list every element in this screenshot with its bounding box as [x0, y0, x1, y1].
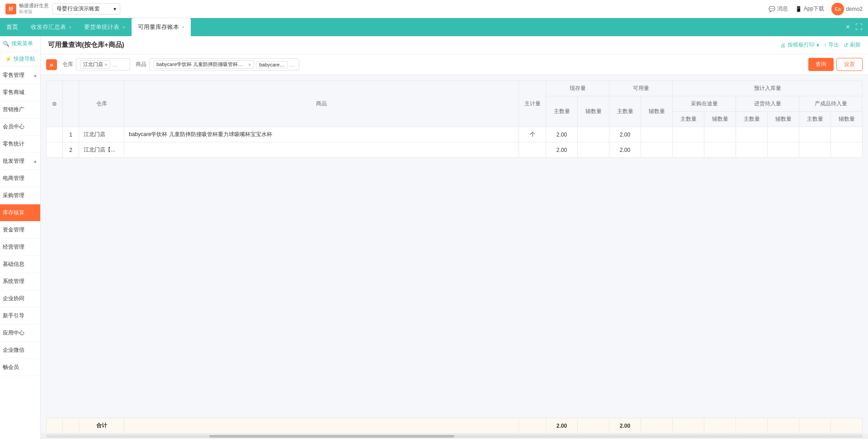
sidebar-item-retail-mgmt[interactable]: 零售管理 ▲: [0, 67, 40, 84]
ecommerce-label: 电商管理: [3, 175, 24, 182]
sidebar-item-purchase[interactable]: 采购管理: [0, 187, 40, 204]
row-purchase-sub-0: [704, 127, 736, 142]
th-purchase-main: 主数量: [673, 112, 704, 127]
sidebar-item-finance[interactable]: 资金管理: [0, 222, 40, 239]
print-button[interactable]: 🖨 按模板打印 ▾: [780, 41, 819, 49]
refresh-icon: ↺: [844, 42, 848, 48]
top-header: 好 畅捷通好生意 标准版 母婴行业演示账套 ▾ 💬 消息 📱 App下载 Ea …: [0, 0, 868, 18]
receipts-tab-close[interactable]: ×: [69, 24, 71, 30]
product-filter-label: 商品: [136, 61, 146, 68]
message-button[interactable]: 💬 消息: [769, 5, 788, 13]
industry-selector[interactable]: 母婴行业演示账套 ▾: [52, 3, 120, 14]
nav-tabs-right: × ⛶: [844, 21, 868, 33]
app-center-label: 应用中心: [3, 329, 24, 337]
th-available-sub: 辅数量: [641, 96, 673, 127]
member-label: 会员中心: [3, 123, 24, 131]
row-stock-main-0: 2.00: [546, 127, 578, 142]
enterprise-label: 企业协同: [3, 295, 24, 302]
download-button[interactable]: 📱 App下载: [795, 5, 824, 13]
sidebar-item-inventory-check[interactable]: 库存核算: [0, 204, 40, 222]
retail-stats-label: 零售统计: [3, 140, 24, 148]
basics-label: 基础信息: [3, 260, 24, 268]
logo-area: 好 畅捷通好生意 标准版: [5, 3, 49, 15]
query-button[interactable]: 查询: [808, 58, 834, 71]
filter-toggle[interactable]: »: [46, 59, 57, 70]
row-settings-0: [47, 127, 63, 142]
sidebar-item-ecommerce[interactable]: 电商管理: [0, 170, 40, 187]
sidebar-item-retail-stats[interactable]: 零售统计: [0, 136, 40, 153]
sidebar-item-operations[interactable]: 经营管理: [0, 239, 40, 256]
warehouse-tag: 江北门店 ×: [80, 60, 110, 69]
tab-home[interactable]: 首页: [0, 18, 24, 36]
total-production-sub-cell: [831, 418, 863, 434]
th-available-main: 主数量: [609, 96, 641, 127]
total-stock-sub-cell: [578, 418, 609, 434]
tab-inventory[interactable]: 可用量库存账本 ×: [132, 18, 191, 36]
nav-icon: ⚡: [5, 56, 12, 62]
receipts-tab-label: 收发存汇总表: [31, 23, 66, 31]
search-label: 搜索菜单: [11, 40, 33, 47]
user-menu[interactable]: Ea demo2: [831, 3, 863, 15]
maximize-icon[interactable]: ⛶: [854, 21, 864, 33]
wholesale-label: 批发管理: [3, 157, 24, 165]
row-production-sub-1: [831, 142, 863, 158]
main-layout: 🔍 搜索菜单 ⚡ 快捷导航 零售管理 ▲ 零售商城 营销推广 会员中心 零售统计…: [0, 36, 868, 439]
row-incoming-main-0: [736, 127, 768, 142]
finance-label: 资金管理: [3, 226, 24, 234]
industry-label: 母婴行业演示账套: [57, 5, 100, 13]
member2-label: 畅会员: [3, 363, 19, 371]
row-unit-0: 个: [519, 127, 546, 142]
home-tab-label: 首页: [6, 23, 18, 31]
scroll-bar-area[interactable]: [41, 434, 868, 439]
retail-mgmt-arrow: ▲: [33, 73, 38, 78]
tab-orders[interactable]: 要货单统计表 ×: [78, 18, 131, 36]
row-incoming-sub-0: [768, 127, 799, 142]
row-warehouse-1: 江北门店【...: [79, 142, 124, 158]
total-purchase-sub-cell: [704, 418, 736, 434]
sidebar-item-member[interactable]: 会员中心: [0, 118, 40, 136]
row-available-sub-0: [641, 127, 673, 142]
message-label: 消息: [777, 5, 788, 13]
table-row: 1 江北门店 babycare学饮杯 儿童防摔防撞吸管杯重力球吸嘴杯宝宝水杯 个…: [47, 127, 863, 142]
data-table: ⚙ 仓库 商品 主计量 现存量 可用量 预计入库量 主数量 辅数量 主数量 辅数…: [46, 80, 863, 158]
sidebar-item-marketing[interactable]: 营销推广: [0, 101, 40, 118]
purchase-label: 采购管理: [3, 192, 24, 199]
refresh-button[interactable]: ↺ 刷新: [844, 41, 861, 49]
row-production-main-1: [799, 142, 831, 158]
setting-button[interactable]: 设置: [836, 58, 863, 71]
sidebar-search[interactable]: 🔍 搜索菜单: [0, 36, 40, 52]
sidebar-item-basics[interactable]: 基础信息: [0, 256, 40, 273]
product-tag-1-value: babycare学饮杯 儿童防摔防撞吸管杯重力球吸嘴杯宝宝水杯: [156, 61, 247, 68]
export-button[interactable]: ↑ 导出: [824, 41, 839, 49]
product-filter-group: 商品 babycare学饮杯 儿童防摔防撞吸管杯重力球吸嘴杯宝宝水杯 × bab…: [136, 58, 299, 71]
warehouse-more[interactable]: …: [112, 61, 118, 68]
sidebar-item-system[interactable]: 系统管理: [0, 273, 40, 290]
warehouse-tag-remove[interactable]: ×: [104, 62, 107, 67]
tab-receipts[interactable]: 收发存汇总表 ×: [24, 18, 78, 36]
logo-text: 畅捷通好生意: [19, 3, 49, 9]
sidebar-quicknav[interactable]: ⚡ 快捷导航: [0, 52, 40, 67]
sidebar-item-app-center[interactable]: 应用中心: [0, 325, 40, 342]
inventory-tab-close[interactable]: ×: [182, 24, 184, 30]
product-more[interactable]: …: [290, 61, 295, 68]
sidebar-item-member2[interactable]: 畅会员: [0, 359, 40, 376]
sidebar-item-wholesale[interactable]: 批发管理 ▲: [0, 153, 40, 170]
close-all-icon[interactable]: ×: [844, 21, 852, 33]
product-tag-1-remove[interactable]: ×: [248, 62, 251, 67]
export-label: 导出: [828, 41, 839, 49]
sidebar-item-retail-mall[interactable]: 零售商城: [0, 84, 40, 101]
page-title: 可用量查询(按仓库+商品): [48, 41, 124, 49]
total-settings-cell: [47, 418, 63, 434]
row-stock-sub-1: [578, 142, 609, 158]
sidebar-item-wechat[interactable]: 企业微信: [0, 342, 40, 359]
orders-tab-close[interactable]: ×: [122, 24, 125, 30]
row-product-0: babycare学饮杯 儿童防摔防撞吸管杯重力球吸嘴杯宝宝水杯: [124, 127, 519, 142]
sidebar-item-guide[interactable]: 新手引导: [0, 307, 40, 325]
th-settings[interactable]: ⚙: [47, 81, 63, 127]
sidebar-item-enterprise[interactable]: 企业协同: [0, 290, 40, 307]
product-filter-input[interactable]: babycare学饮杯 儿童防摔防撞吸管杯重力球吸嘴杯宝宝水杯 × babyca…: [149, 58, 299, 71]
warehouse-filter-input[interactable]: 江北门店 × …: [76, 58, 130, 71]
nav-label: 快捷导航: [14, 55, 35, 63]
row-no-0: 1: [63, 127, 79, 142]
th-production-sub: 辅数量: [831, 112, 863, 127]
